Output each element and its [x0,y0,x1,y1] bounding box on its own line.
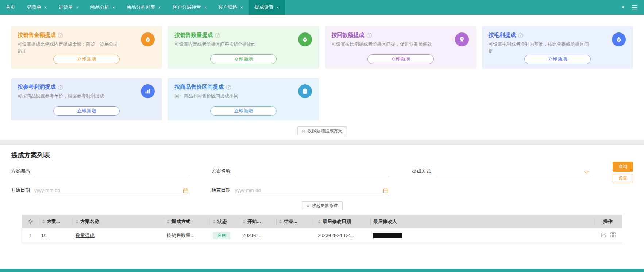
sort-icon[interactable] [213,220,216,223]
header-label: 状态 [217,218,227,225]
header-start-date[interactable]: 开始... [240,215,276,228]
gear-icon[interactable] [28,219,34,225]
sort-icon[interactable] [42,220,45,223]
card-reference-profit-commission: 按参考利润提成 ? 可按商品设置参考单价，根据参考利润提成 立即新增 [11,78,162,120]
filter-form: 方案编码 方案名称 提成方式 开始日期 结束日期 [11,167,590,195]
money-bag-icon [612,32,626,46]
header-commission-method[interactable]: 提成方式 [164,215,210,228]
header-status[interactable]: 状态 [210,215,240,228]
calendar-icon[interactable] [183,188,188,194]
filter-plan-code: 方案编码 [11,167,189,176]
header-last-modified-date[interactable]: 最后修改日期 [315,215,370,228]
sort-icon[interactable] [279,220,282,223]
tab-close-icon[interactable]: × [112,5,115,10]
plan-code-input[interactable] [34,167,189,176]
filter-spacer [412,186,590,195]
header-label: 提成方式 [171,218,190,225]
header-end-date[interactable]: 结束... [276,215,315,228]
plan-name-cell: 数量提成 [73,228,164,243]
add-now-button[interactable]: 立即新增 [210,106,277,116]
calendar-icon[interactable] [383,188,389,194]
help-icon[interactable]: ? [226,85,231,90]
start-date-wrap [34,186,189,195]
card-title: 按商品售价区间提成 ? [174,84,312,91]
tab-product-analysis-list[interactable]: 商品分析列表 × [121,0,167,15]
tab-label: 首页 [6,4,15,11]
add-now-button[interactable]: 立即新增 [367,54,434,64]
tab-commission-settings[interactable]: 提成设置 × [249,0,285,15]
header-label: 结束... [284,218,297,225]
close-all-tabs-icon[interactable]: × [621,4,625,10]
header-label: 方案... [47,218,60,225]
commission-type-cards: 按销售金额提成 ? 可设置提成比例或固定提成金额；商贸、贸易公司适用 立即新增 … [11,26,633,120]
card-title: 按参考利润提成 ? [18,84,155,91]
end-date-input[interactable] [235,186,390,195]
tab-customer-tiering[interactable]: 客户分层经营 × [166,0,212,15]
add-now-button[interactable]: 立即新增 [524,55,591,64]
header-plan-name[interactable]: 方案名称 [73,215,164,228]
section-divider [0,140,644,145]
help-icon[interactable]: ? [215,33,220,38]
sort-icon[interactable] [243,220,246,223]
collapse-new-plans-label: 收起新增提成方案 [308,128,343,134]
help-icon[interactable]: ? [58,85,63,90]
header-label: 开始... [247,218,261,225]
card-sales-quantity-commission: 按销售数量提成 ? 可设置固定或者阶梯区间每卖M个提N元 立即新增 [168,26,319,69]
last-modified-by-cell [370,228,594,243]
collapse-new-plans-button[interactable]: 收起新增提成方案 [297,126,347,135]
start-date-input[interactable] [34,186,189,195]
commission-method-select[interactable] [435,167,590,176]
edit-icon[interactable] [601,232,606,238]
sort-icon[interactable] [318,220,321,223]
add-now-button[interactable]: 立即新增 [210,54,277,64]
filter-actions: 查询 设置 [613,162,633,183]
collapse-more-conditions-button[interactable]: 收起更多条件 [302,201,343,210]
plan-table: 方案... 方案名称 提成方式 状态 开始... [22,215,622,243]
tab-customer-contact[interactable]: 客户联络 × [212,0,249,15]
status-cell: 启用 [210,228,240,243]
header-actions: 操作 [594,215,622,228]
card-title: 按毛利提成 ? [489,32,626,39]
last-modified-date-cell: 2023-04-24 13:... [315,228,370,243]
filter-plan-name: 方案名称 [212,167,390,176]
add-now-button[interactable]: 立即新增 [53,106,120,116]
actions-cell [594,228,622,243]
filter-start-date: 开始日期 [11,186,189,195]
add-now-button[interactable]: 立即新增 [53,55,120,64]
query-button[interactable]: 查询 [613,162,633,172]
end-date-wrap [235,186,390,195]
tab-home[interactable]: 首页 [0,0,21,15]
tab-product-analysis[interactable]: 商品分析 × [84,0,121,15]
tab-close-icon[interactable]: × [240,5,243,10]
tab-purchase-order[interactable]: 进货单 × [53,0,85,15]
tab-close-icon[interactable]: × [44,5,47,10]
tab-label: 进货单 [59,4,73,11]
plan-name-link[interactable]: 数量提成 [76,233,95,238]
grid-icon[interactable] [610,232,616,237]
chevrons-up-icon [306,204,310,208]
card-title: 按销售金额提成 ? [18,32,155,39]
help-icon[interactable]: ? [518,33,523,38]
header-plan-code[interactable]: 方案... [39,215,73,228]
sort-icon[interactable] [76,220,78,223]
plan-name-input[interactable] [235,167,390,176]
help-icon[interactable]: ? [58,33,63,38]
column-settings-header[interactable] [22,215,39,228]
commission-method-cell: 按销售数量... [164,228,210,243]
sort-icon[interactable] [167,220,170,223]
tab-close-icon[interactable]: × [204,5,207,10]
tab-close-icon[interactable]: × [158,5,161,10]
tab-close-icon[interactable]: × [76,5,79,10]
card-price-range-commission: 按商品售价区间提成 ? 同一商品不同售价区间提成不同 立即新增 [168,78,319,120]
tab-bar-actions: × [621,0,644,15]
help-icon[interactable]: ? [367,33,372,38]
tab-close-icon[interactable]: × [277,5,279,10]
tab-menu-icon[interactable] [632,5,637,10]
header-last-modified-by: 最后修改人 [370,215,594,228]
card-title: 按销售数量提成 ? [174,32,312,39]
tab-sales-order[interactable]: 销货单 × [21,0,53,15]
end-date-label: 结束日期 [212,187,231,195]
settings-button[interactable]: 设置 [613,174,633,183]
money-pouch-icon [141,32,155,46]
collapse-more-conditions-label: 收起更多条件 [312,203,338,209]
